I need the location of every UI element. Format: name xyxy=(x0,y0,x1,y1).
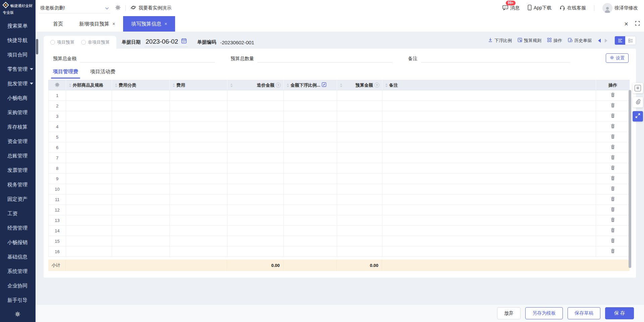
grid-cell-empty[interactable] xyxy=(227,246,284,257)
toolbar-link-budget-rule[interactable]: 预算规则 xyxy=(518,38,541,44)
grid-cell-empty[interactable] xyxy=(382,142,596,153)
delete-row-button[interactable] xyxy=(610,165,615,170)
draft-list-button[interactable]: 草 xyxy=(633,83,643,93)
save-as-template-button[interactable]: 另存为模板 xyxy=(525,307,563,319)
grid-cell-empty[interactable] xyxy=(382,174,596,184)
grid-cell-empty[interactable] xyxy=(382,184,596,194)
sidebar-item-6[interactable]: 小畅电商 xyxy=(0,91,35,105)
delete-row-button[interactable] xyxy=(610,196,615,201)
grid-cell-empty[interactable] xyxy=(284,174,337,184)
grid-cell-empty[interactable] xyxy=(382,226,596,236)
delete-row-button[interactable] xyxy=(610,134,615,139)
calendar-icon[interactable] xyxy=(181,38,187,45)
grid-cell-empty[interactable] xyxy=(170,163,227,174)
save-button[interactable]: 保 存 xyxy=(605,307,634,319)
next-doc-arrow-icon[interactable] xyxy=(605,39,607,43)
grid-cell-empty[interactable] xyxy=(284,215,337,226)
attachment-button[interactable] xyxy=(633,97,643,107)
grid-cell-empty[interactable] xyxy=(66,215,112,226)
grid-cell-empty[interactable] xyxy=(112,142,170,153)
save-draft-button[interactable]: 保存草稿 xyxy=(568,307,600,319)
grid-cell-empty[interactable] xyxy=(170,246,227,257)
grid-cell-empty[interactable] xyxy=(382,194,596,205)
grid-cell-empty[interactable] xyxy=(227,205,284,215)
gear-icon[interactable] xyxy=(55,82,60,88)
grid-cell-empty[interactable] xyxy=(382,153,596,163)
grid-cell-empty[interactable] xyxy=(112,90,170,101)
sidebar-scrollbar[interactable] xyxy=(36,39,38,54)
doc-date-input[interactable]: 2023-06-02 xyxy=(145,38,188,47)
grid-cell-empty[interactable] xyxy=(382,236,596,246)
grid-cell-empty[interactable] xyxy=(227,111,284,122)
grid-cell-empty[interactable] xyxy=(170,205,227,215)
grid-cell-empty[interactable] xyxy=(112,122,170,132)
sidebar-item-1[interactable]: 搜索菜单 xyxy=(0,19,35,33)
grid-cell-empty[interactable] xyxy=(66,111,112,122)
grid-cell-empty[interactable] xyxy=(66,153,112,163)
grid-cell-empty[interactable] xyxy=(170,153,227,163)
grid-cell-empty[interactable] xyxy=(112,163,170,174)
settings-button[interactable]: 设置 xyxy=(606,53,629,63)
grid-cell-empty[interactable] xyxy=(284,142,337,153)
radio-project-budget[interactable]: 项目预算 xyxy=(50,39,74,45)
grid-cell-empty[interactable] xyxy=(112,111,170,122)
sidebar-item-7[interactable]: 采购管理 xyxy=(0,105,35,120)
grid-cell-empty[interactable] xyxy=(227,236,284,246)
grid-cell-empty[interactable] xyxy=(66,184,112,194)
tab-project-activity-fee[interactable]: 项目活动费 xyxy=(90,68,115,79)
grid-cell-empty[interactable] xyxy=(66,174,112,184)
grid-cell-empty[interactable] xyxy=(112,205,170,215)
grid-cell-empty[interactable] xyxy=(337,246,382,257)
grid-cell-empty[interactable] xyxy=(170,184,227,194)
grid-cell-empty[interactable] xyxy=(112,184,170,194)
grid-cell-empty[interactable] xyxy=(382,90,596,101)
sidebar-item-16[interactable]: 小畅报销 xyxy=(0,235,35,250)
toolbar-link-history-doc[interactable]: 历史单据 xyxy=(568,38,592,44)
workspace-dropdown[interactable]: 徐老板勿删! xyxy=(39,3,110,13)
sidebar-item-3[interactable]: 项目合同 xyxy=(0,48,35,62)
sidebar-item-15[interactable]: 经营管理 xyxy=(0,221,35,235)
grid-cell-empty[interactable] xyxy=(66,226,112,236)
document-tab-3[interactable]: 填写预算信息× xyxy=(123,16,175,32)
close-icon[interactable]: × xyxy=(624,20,628,27)
document-tab-2[interactable]: 新增项目预算× xyxy=(71,16,123,32)
grid-cell-empty[interactable] xyxy=(382,205,596,215)
sidebar-item-8[interactable]: 库存核算 xyxy=(0,120,35,134)
sidebar-item-19[interactable]: 企业协同 xyxy=(0,279,35,293)
grid-cell-empty[interactable] xyxy=(66,205,112,215)
sidebar-item-4[interactable]: 零售管理 xyxy=(0,62,35,77)
delete-row-button[interactable] xyxy=(610,103,615,108)
grid-cell-empty[interactable] xyxy=(66,163,112,174)
grid-cell-empty[interactable] xyxy=(170,174,227,184)
grid-cell-empty[interactable] xyxy=(112,215,170,226)
sidebar-settings-button[interactable] xyxy=(0,308,35,322)
messages-button[interactable]: 99+ 消息 xyxy=(502,5,520,11)
close-tab-icon[interactable]: × xyxy=(164,21,167,27)
workspace-settings-gear-icon[interactable] xyxy=(115,5,121,12)
grid-cell-empty[interactable] xyxy=(227,226,284,236)
grid-cell-empty[interactable] xyxy=(170,194,227,205)
delete-row-button[interactable] xyxy=(610,238,615,243)
grid-cell-empty[interactable] xyxy=(337,90,382,101)
grid-cell-empty[interactable] xyxy=(170,226,227,236)
toolbar-link-float-ratio[interactable]: 下浮比例 xyxy=(488,38,512,44)
grid-cell-empty[interactable] xyxy=(66,246,112,257)
grid-cell-empty[interactable] xyxy=(337,215,382,226)
user-menu[interactable]: 徐泽华修改 xyxy=(602,3,638,13)
grid-cell-empty[interactable] xyxy=(337,226,382,236)
delete-row-button[interactable] xyxy=(610,155,615,160)
grid-cell-empty[interactable] xyxy=(284,226,337,236)
grid-cell-empty[interactable] xyxy=(284,111,337,122)
demo-link[interactable]: 我要看实例演示 xyxy=(130,5,171,11)
grid-cell-empty[interactable] xyxy=(170,142,227,153)
grid-cell-empty[interactable] xyxy=(66,90,112,101)
grid-cell-empty[interactable] xyxy=(382,215,596,226)
radio-nonproject-budget[interactable]: 非项目预算 xyxy=(81,39,110,45)
summary-field-input[interactable] xyxy=(421,55,570,62)
grid-cell-empty[interactable] xyxy=(284,236,337,246)
sidebar-item-14[interactable]: 工资 xyxy=(0,206,35,221)
expand-button[interactable] xyxy=(633,111,643,122)
help-icon[interactable]: ? xyxy=(276,83,281,88)
grid-cell-empty[interactable] xyxy=(112,132,170,142)
grid-cell-empty[interactable] xyxy=(337,205,382,215)
